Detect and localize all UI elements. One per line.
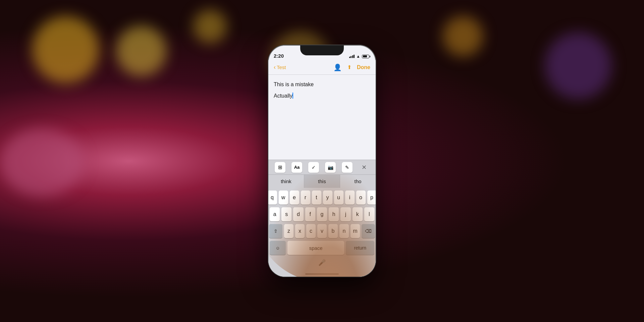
key-k[interactable]: k (353, 207, 363, 221)
nav-bar: ‹ Test 👤 ⬆ Done (268, 60, 376, 75)
key-r[interactable]: r (301, 191, 310, 205)
checklist-toolbar-button[interactable]: ✓ (308, 162, 319, 173)
bokeh-light-3 (193, 10, 227, 43)
key-v[interactable]: v (317, 224, 327, 238)
key-return[interactable]: return (346, 241, 374, 255)
key-row-2: a s d f g h j k l (270, 207, 374, 221)
autocomplete-this[interactable]: this (304, 175, 340, 188)
table-toolbar-button[interactable]: ⊞ (275, 162, 285, 173)
key-t[interactable]: t (312, 191, 321, 205)
home-bar (305, 273, 339, 275)
key-p[interactable]: p (367, 191, 376, 205)
key-g[interactable]: g (317, 207, 327, 221)
battery-tip (370, 56, 370, 57)
battery-icon (362, 55, 370, 58)
key-u[interactable]: u (334, 191, 343, 205)
key-l[interactable]: l (364, 207, 374, 221)
share-icon[interactable]: ⬆ (347, 64, 352, 70)
pencil-toolbar-button[interactable]: ✎ (342, 162, 353, 173)
key-a[interactable]: a (270, 207, 280, 221)
mic-row: 🎤 (270, 258, 374, 268)
key-s[interactable]: s (281, 207, 291, 221)
keyboard-toolbar: ⊞ Aa ✓ 📷 ✎ ✕ (268, 160, 376, 174)
nav-back-button[interactable]: ‹ Test (274, 64, 286, 71)
close-toolbar-button[interactable]: ✕ (359, 162, 369, 173)
battery-fill (363, 55, 367, 57)
key-shift[interactable]: ⇧ (269, 224, 282, 238)
signal-bar-4 (354, 55, 355, 58)
key-j[interactable]: j (340, 207, 351, 221)
notch (300, 45, 344, 55)
key-e[interactable]: e (290, 191, 299, 205)
note-text: This is a mistake Actually (274, 80, 370, 100)
format-toolbar-button[interactable]: Aa (291, 162, 302, 173)
collab-icon[interactable]: 👤 (333, 63, 342, 71)
key-z[interactable]: z (284, 224, 293, 238)
wifi-icon: ▲ (356, 54, 360, 59)
key-n[interactable]: n (339, 224, 349, 238)
key-d[interactable]: d (293, 207, 303, 221)
note-line-2-text: Actually (274, 93, 292, 99)
bokeh-light-7 (545, 32, 612, 99)
bokeh-light-1 (32, 16, 99, 83)
key-m[interactable]: m (351, 224, 360, 238)
battery-body (362, 55, 369, 58)
signal-bars-icon (349, 55, 355, 58)
key-w[interactable]: w (279, 191, 288, 205)
back-chevron-icon: ‹ (274, 64, 276, 71)
status-icons: ▲ (349, 54, 370, 59)
nav-back-label: Test (277, 64, 286, 70)
signal-bar-2 (351, 56, 352, 58)
key-x[interactable]: x (295, 224, 305, 238)
bokeh-light-2 (116, 26, 166, 76)
camera-toolbar-button[interactable]: 📷 (325, 162, 336, 173)
note-line-2: Actually (274, 92, 370, 100)
keyboard: q w e r t y u i o p a s d f g h j k (268, 188, 376, 277)
key-row-3: ⇧ z x c v b n m ⌫ (270, 224, 374, 238)
key-f[interactable]: f (305, 207, 315, 221)
text-cursor (292, 93, 293, 99)
key-row-1: q w e r t y u i o p (270, 191, 374, 205)
done-button[interactable]: Done (357, 64, 370, 70)
key-i[interactable]: i (345, 191, 355, 205)
key-emoji[interactable]: ☺ (270, 241, 286, 255)
phone: 2:20 ▲ ‹ Test (268, 45, 376, 277)
bokeh-light-6 (0, 129, 84, 196)
signal-bar-1 (349, 57, 350, 58)
key-q[interactable]: q (268, 191, 277, 205)
autocomplete-tho[interactable]: tho (340, 175, 376, 188)
key-c[interactable]: c (306, 224, 316, 238)
key-o[interactable]: o (356, 191, 366, 205)
key-row-4: ☺ space return (270, 241, 374, 255)
key-h[interactable]: h (329, 207, 339, 221)
nav-actions: 👤 ⬆ Done (333, 63, 370, 71)
autocomplete-think[interactable]: think (268, 175, 304, 188)
key-b[interactable]: b (328, 224, 338, 238)
key-y[interactable]: y (323, 191, 332, 205)
key-space[interactable]: space (287, 241, 344, 255)
note-line-1: This is a mistake (274, 80, 370, 89)
signal-bar-3 (352, 55, 353, 58)
autocomplete-bar: think this tho (268, 174, 376, 188)
key-backspace[interactable]: ⌫ (362, 224, 375, 238)
mic-icon[interactable]: 🎤 (318, 259, 326, 266)
phone-wrapper: 2:20 ▲ ‹ Test (268, 45, 376, 277)
status-time: 2:20 (274, 53, 284, 59)
bokeh-light-5 (443, 16, 483, 56)
